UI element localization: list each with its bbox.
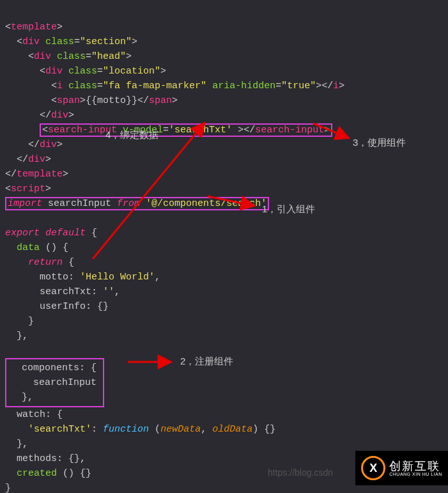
annotation-register: 2，注册组件 <box>180 356 233 368</box>
code-line: } <box>5 316 34 327</box>
code-line: <i class="fa fa-map-marker" aria-hidden=… <box>5 81 344 91</box>
brand-logo: X 创新互联 CHUANG XIN HU LIAN <box>355 451 448 485</box>
highlight-box-components: components: { searchInput }, <box>5 358 104 407</box>
code-line: components: { searchInput }, <box>5 392 104 403</box>
code-line: <span>{{motto}}</span> <box>5 95 178 106</box>
code-line: } <box>5 483 11 493</box>
code-line: motto: 'Hello World', <box>5 272 160 283</box>
code-line: import searchInput from '@/components/se… <box>5 197 269 210</box>
code-line: watch: { <box>5 409 63 420</box>
code-line: <div class="location"> <box>5 66 166 77</box>
code-line: return { <box>5 257 74 268</box>
code-line: }, <box>5 331 28 341</box>
code-line: 'searchTxt': function (newData, oldData)… <box>5 424 275 435</box>
annotation-bind: 4，绑定数据 <box>105 129 158 141</box>
code-line: <div class="head"> <box>5 51 132 62</box>
watermark-text: https://blog.csdn <box>268 467 333 478</box>
highlight-box-import: import searchInput from '@/components/se… <box>5 197 269 210</box>
code-line: created () {} <box>5 468 91 479</box>
logo-cn-text: 创新互联 <box>389 460 442 472</box>
logo-en-text: CHUANG XIN HU LIAN <box>389 472 442 476</box>
highlight-box-usage: <search-input v-model='searchTxt' ></sea… <box>40 123 332 137</box>
code-line: </div> <box>5 154 51 165</box>
annotation-use: 3，使用组件 <box>353 137 406 149</box>
code-line: userInfo: {} <box>5 301 109 312</box>
code-line: <search-input v-model='searchTxt' ></sea… <box>5 123 332 137</box>
code-line: </div> <box>5 110 74 121</box>
code-line: }, <box>5 439 28 450</box>
annotation-import: 1，引入组件 <box>262 203 315 215</box>
code-line: <div class="section"> <box>5 36 137 47</box>
code-line: </template> <box>5 169 68 180</box>
code-line: searchTxt: '', <box>5 286 120 297</box>
code-line: methods: {}, <box>5 453 86 464</box>
code-line: export default { <box>5 228 97 239</box>
code-line: <template> <box>5 22 63 33</box>
logo-icon: X <box>361 456 385 480</box>
code-editor[interactable]: <template> <div class="section"> <div cl… <box>0 0 448 493</box>
code-line: data () { <box>5 242 68 253</box>
code-line: </div> <box>5 139 63 150</box>
code-line: <script> <box>5 184 51 194</box>
